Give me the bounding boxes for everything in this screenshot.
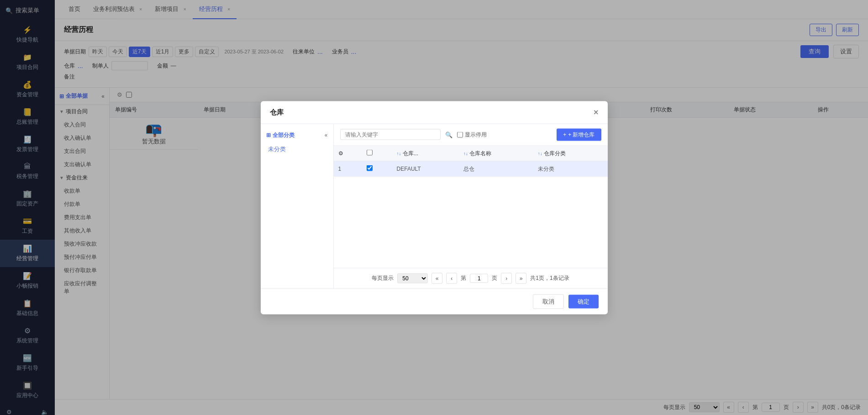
modal-left-item-unclassified[interactable]: 未分类 <box>261 142 333 156</box>
modal-right-panel: 🔍 显示停用 + + 新增仓库 ⚙ <box>334 124 608 288</box>
modal-title: 仓库 <box>270 108 284 116</box>
modal-show-disabled-checkbox[interactable]: 显示停用 <box>457 131 487 138</box>
modal-left-header: ⊞ 全部分类 « <box>261 128 333 142</box>
show-disabled-label: 显示停用 <box>465 131 487 138</box>
modal-confirm-button[interactable]: 确定 <box>568 294 599 308</box>
modal-cancel-button[interactable]: 取消 <box>533 294 564 309</box>
modal-col-code-label: 仓库... <box>403 150 418 156</box>
modal-grid-icon: ⊞ <box>266 132 271 138</box>
sort-up-icon: ↑↓ <box>538 151 542 156</box>
modal-table-header-row: ⚙ ↑↓ 仓库... ↑↓ 仓库名称 <box>334 146 608 161</box>
modal-page-size-label: 每页显示 <box>372 274 394 282</box>
modal-data-table: ⚙ ↑↓ 仓库... ↑↓ 仓库名称 <box>334 146 608 177</box>
modal-row-name: 总仓 <box>459 161 533 177</box>
modal-header: 仓库 × <box>261 101 608 124</box>
sort-up-icon: ↑↓ <box>463 151 468 156</box>
modal-total-label: 共1页，1条记录 <box>530 274 569 282</box>
modal-col-settings: ⚙ <box>334 146 362 161</box>
modal-add-warehouse-button[interactable]: + + 新增仓库 <box>557 128 601 141</box>
modal-page-size-select[interactable]: 50 10 20 100 <box>397 273 428 283</box>
modal-close-button[interactable]: × <box>594 107 599 117</box>
plus-icon: + <box>563 131 566 138</box>
modal-col-name-label: 仓库名称 <box>469 150 491 156</box>
modal-row-checkbox[interactable] <box>362 161 392 177</box>
gear-icon[interactable]: ⚙ <box>338 150 343 157</box>
modal-left-panel: ⊞ 全部分类 « 未分类 <box>261 124 334 288</box>
modal-col-category[interactable]: ↑↓ 仓库分类 <box>533 146 608 161</box>
modal-page-input[interactable] <box>470 273 488 283</box>
modal-page-first-btn[interactable]: « <box>431 273 442 284</box>
modal-search-bar: 🔍 显示停用 + + 新增仓库 <box>334 124 608 146</box>
modal-search-icon[interactable]: 🔍 <box>445 131 452 138</box>
modal-page-next-btn[interactable]: › <box>501 273 512 284</box>
modal-add-btn-label: + 新增仓库 <box>568 131 594 138</box>
modal-col-category-label: 仓库分类 <box>544 150 566 156</box>
sort-up-icon: ↑↓ <box>397 151 401 156</box>
modal-row-code: DEFAULT <box>392 161 459 177</box>
modal-table: ⚙ ↑↓ 仓库... ↑↓ 仓库名称 <box>334 146 608 268</box>
show-disabled-checkbox-input[interactable] <box>457 131 463 137</box>
modal-footer: 取消 确定 <box>261 288 608 314</box>
modal-search-input[interactable] <box>340 129 441 140</box>
modal-page-label: 第 <box>461 274 466 282</box>
modal-pagination: 每页显示 50 10 20 100 « ‹ 第 页 › » 共1页，1条记录 <box>334 268 608 288</box>
modal-all-label[interactable]: 全部分类 <box>273 131 295 139</box>
modal-body: ⊞ 全部分类 « 未分类 🔍 显示停用 + + 新增仓库 <box>261 124 608 288</box>
modal-left-collapse-btn[interactable]: « <box>325 132 328 138</box>
modal-page-prev-btn[interactable]: ‹ <box>446 273 457 284</box>
warehouse-modal: 仓库 × ⊞ 全部分类 « 未分类 🔍 显示停用 <box>261 101 608 314</box>
modal-table-row[interactable]: 1 DEFAULT 总仓 未分类 <box>334 161 608 177</box>
modal-col-name[interactable]: ↑↓ 仓库名称 <box>459 146 533 161</box>
modal-row-category: 未分类 <box>533 161 608 177</box>
modal-row-select-checkbox[interactable] <box>367 165 373 171</box>
modal-col-code[interactable]: ↑↓ 仓库... <box>392 146 459 161</box>
modal-page-unit: 页 <box>492 274 497 282</box>
modal-row-index: 1 <box>334 161 362 177</box>
modal-select-all-checkbox[interactable] <box>367 150 373 156</box>
modal-page-last-btn[interactable]: » <box>516 273 526 284</box>
modal-col-checkbox <box>362 146 392 161</box>
